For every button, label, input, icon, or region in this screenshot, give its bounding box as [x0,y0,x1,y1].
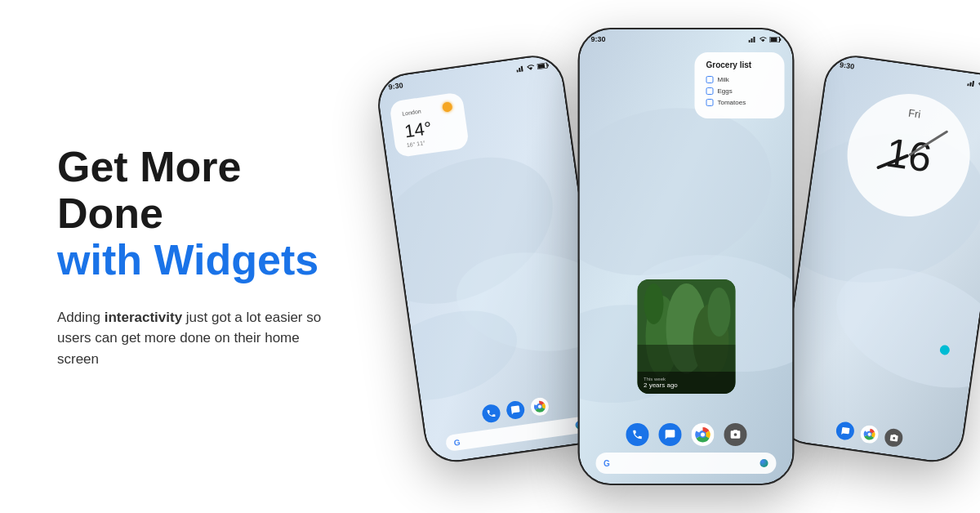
status-bar-center: 9:30 [580,29,793,49]
dock-camera-center[interactable] [724,423,746,446]
google-search-bar-center[interactable]: G [595,453,777,474]
dock-chrome-icon[interactable] [530,396,550,417]
camera-icon-r [889,433,898,443]
grocery-eggs-label: Eggs [718,87,733,95]
signal-icon-c [749,36,757,42]
svg-rect-6 [521,66,523,72]
phone-center-wallpaper: 9:30 Grocery list Milk [580,29,793,484]
phone-right-screen: 9:30 Fri 16 [776,53,980,464]
svg-rect-9 [538,63,546,68]
grocery-title: Grocery list [706,60,773,69]
google-g-logo-c: G [604,459,610,468]
grocery-item-eggs[interactable]: Eggs [706,87,773,95]
dock-row-center [626,423,746,446]
svg-point-29 [644,283,663,324]
dock-messages-right[interactable] [835,421,855,441]
dock-phone-icon[interactable] [481,404,501,424]
svg-rect-18 [749,40,751,42]
phones-showcase: 9:30 London 14° 16° 11° [392,0,980,513]
dock-camera-right[interactable] [884,427,904,448]
clock-face: Fri 16 [840,86,978,224]
signal-icon [516,65,525,72]
photo-overlay: This week 2 years ago [637,372,735,394]
svg-point-34 [701,433,705,437]
hero-subtitle: Adding interactivity just got a lot easi… [57,307,343,370]
dock-chrome-center[interactable] [691,423,714,446]
sun-icon [442,101,453,113]
battery-icon [537,62,549,69]
battery-icon-c [770,37,782,42]
photo-date: 2 years ago [644,381,728,389]
chrome-icon-c [691,423,714,446]
svg-rect-22 [780,38,782,41]
phone-right-wallpaper: 9:30 Fri 16 [776,53,980,464]
clock-widget[interactable]: Fri 16 [840,86,978,224]
phone-center-screen: 9:30 Grocery list Milk [580,29,793,484]
signal-icon-r [967,79,976,87]
svg-rect-39 [969,83,972,87]
checkbox-eggs[interactable] [706,87,714,95]
assistant-icon-c [760,459,768,467]
dock-messages-center[interactable] [658,423,681,446]
svg-rect-20 [754,37,755,42]
dock-messages-icon[interactable] [506,400,526,421]
svg-rect-5 [519,68,521,72]
chrome-icon-r [859,424,880,444]
messages-icon-r [840,426,850,435]
clock-day: Fri [907,107,921,121]
checkbox-milk[interactable] [706,76,714,83]
hero-section: Get More Done with Widgets Adding intera… [0,95,392,418]
wifi-icon-c [760,36,768,42]
google-g-logo: G [453,437,461,447]
grocery-tomatoes-label: Tomatoes [718,99,746,106]
clock-day-label: Fri [853,97,976,129]
grocery-widget[interactable]: Grocery list Milk Eggs Tomatoes [695,52,785,118]
dock-center: G [580,423,793,474]
phone-icon [486,408,497,419]
svg-rect-4 [516,69,518,72]
weather-widget[interactable]: London 14° 16° 11° [389,91,470,158]
main-title: Get More Done with Widgets [57,144,343,284]
status-icons-center [749,36,782,42]
dock-chrome-right[interactable] [859,424,880,444]
dock-phone-center[interactable] [626,423,648,446]
wifi-icon [526,64,535,71]
grocery-item-milk[interactable]: Milk [706,76,773,83]
messages-icon-c [664,429,675,440]
svg-rect-19 [751,38,753,42]
svg-rect-23 [771,38,777,42]
messages-icon [510,404,521,416]
phone-icon-c [631,429,643,440]
photo-widget[interactable]: This week 2 years ago [637,279,735,394]
phone-right: 9:30 Fri 16 [774,51,980,466]
svg-rect-38 [967,83,969,86]
grocery-item-tomatoes[interactable]: Tomatoes [706,99,773,106]
status-icons-left [516,61,550,72]
camera-icon-c [729,429,741,440]
chrome-icon [530,396,550,417]
status-icons-right [967,79,980,90]
svg-rect-40 [972,81,974,87]
grocery-milk-label: Milk [718,76,729,83]
checkbox-tomatoes[interactable] [706,99,714,106]
svg-point-30 [707,288,730,337]
phone-center: 9:30 Grocery list Milk [578,28,795,485]
